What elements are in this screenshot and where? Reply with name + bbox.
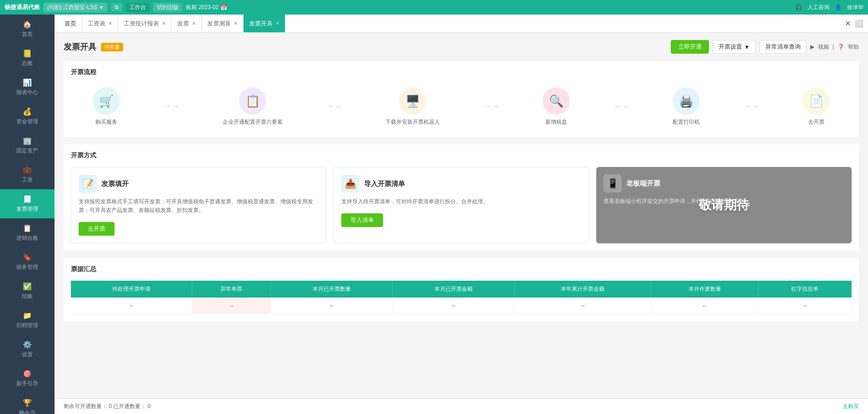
sidebar-item-member[interactable]: 🏆畅会员 [0,393,55,414]
page-header: 发票开具 待开通 立即开通 开票设置 ▼ 异常清单查询 ▶ 视频 | ❓ [64,40,859,54]
go-issue-button[interactable]: 去开票 [79,222,115,236]
sidebar-item-assets[interactable]: 🏢固定资产 [0,131,55,160]
sidebar-item-invoice[interactable]: 🧾发票管理 [0,189,55,218]
summary-section: 票据汇总 待处理开票申请 异常单票 本月已开票数量 本月已开票金额 本年累计开票… [64,258,859,321]
cell-void-count: -- [651,298,758,314]
tab-invoice-calc-label: 发票测算 [207,20,231,28]
methods-section-title: 开票方式 [71,151,852,160]
table-row: -- -- -- -- -- -- -- [71,298,852,314]
tab-invoice-tool-label: 发票开具 [249,20,273,28]
video-icon: ▶ [810,44,814,50]
sidebar-item-salary[interactable]: 💼工资 [0,160,55,189]
restore-tab-button[interactable]: ⬜ [854,19,863,28]
help-label[interactable]: 帮助 [848,43,859,51]
ledger-icon: 📒 [23,49,32,58]
chevron-down-icon: ▼ [744,44,750,50]
sidebar-item-home[interactable]: 🏠首页 [0,15,55,44]
newbie-icon: 🎯 [23,369,32,378]
service-label[interactable]: 人工咨询 [808,4,829,11]
method-header-boss: 📱 老板端开票 [604,174,844,192]
user-name[interactable]: 徐泽华 [847,4,863,11]
close-icon[interactable]: ✕ [108,20,112,26]
sidebar-label: 新手引导 [16,380,38,388]
cell-annual-amount: -- [514,298,651,314]
issue-invoice-icon: 📄 [803,87,830,115]
close-icon[interactable]: ✕ [234,20,238,26]
assets-icon: 🏢 [23,136,32,145]
flow-step-issue[interactable]: 📄 去开票 [803,87,830,126]
sidebar-item-newbie[interactable]: 🎯新手引导 [0,364,55,393]
download-robot-icon: 🖥️ [399,87,426,115]
config-printer-label: 配置打印机 [673,118,700,126]
company-selector[interactable]: (勾割) 江西股宝-LSS ▼ [44,3,107,12]
flow-section-title: 开票流程 [71,68,852,76]
sidebar-item-purchase[interactable]: 📋进销台账 [0,218,55,247]
sidebar-label: 结账 [22,293,33,300]
switch-old-button[interactable]: 切到旧版 [153,3,182,12]
purchase-icon: 📋 [23,224,32,232]
close-icon[interactable]: ✕ [192,20,196,26]
workstation-button[interactable]: 工作台 [126,3,150,12]
tab-invoice[interactable]: 发票 ✕ [172,15,202,32]
sidebar-label: 设置 [22,351,33,358]
add-taxbox-icon: 🔍 [543,87,570,115]
arrow-icon: →→ [483,102,499,111]
tab-home[interactable]: 首页 [59,15,82,32]
tab-salary-report[interactable]: 工资统计报表 ✕ [118,15,172,32]
sidebar: 🏠首页📒总账📊报表中心💰资金管理🏢固定资产💼工资🧾发票管理📋进销台账🔖税务管理✅… [0,15,55,414]
flow-steps: 🛒 购买服务 →→ 📋 企业开通配置开票六要素 →→ 🖥️ 下载并安装开票机器人… [71,84,852,130]
boss-title: 老板端开票 [626,179,660,188]
open-now-button[interactable]: 立即开通 [671,40,709,54]
close-icon[interactable]: ✕ [275,20,279,26]
coming-soon-text: 敬请期待 [698,197,749,214]
arrow-icon: →→ [743,102,759,111]
sidebar-item-tax[interactable]: 🔖税务管理 [0,247,55,277]
open-settings-label: 开票设置 [718,43,742,51]
tab-invoice-calc[interactable]: 发票测算 ✕ [202,15,244,32]
close-icon[interactable]: ✕ [162,20,166,26]
flow-step-printer[interactable]: 🖨️ 配置打印机 [673,87,700,126]
service-icon: 🎧 [795,4,802,10]
video-label[interactable]: 视频 [818,43,829,51]
sidebar-item-settings[interactable]: ⚙️设置 [0,335,55,364]
flow-step-download[interactable]: 🖥️ 下载并安装开票机器人 [385,87,440,126]
method-card-import: 📥 导入开票清单 支持导入待开票清单，可对待开票清单进行拆分、合并处理。 导入清… [334,167,589,243]
sidebar-item-ledger[interactable]: 📒总账 [0,44,55,73]
sidebar-label: 税务管理 [16,263,38,271]
boss-invoice-icon: 📱 [604,174,622,192]
col-pending: 待处理开票申请 [71,281,192,298]
tab-home-label: 首页 [65,20,76,28]
user-avatar-icon: 👤 [835,4,842,10]
close-tab-button[interactable]: ✕ [845,19,851,28]
buy-service-icon: 🛒 [93,87,120,115]
sidebar-item-reports[interactable]: 📊报表中心 [0,73,55,102]
sidebar-item-archive[interactable]: 📁归档管理 [0,306,55,335]
buy-link[interactable]: 去购买 [843,403,859,410]
period-value: 2023-02 [199,4,219,10]
tax-icon: 🔖 [23,253,32,262]
sidebar-label: 归档管理 [16,322,38,329]
sidebar-label: 总账 [22,60,33,67]
sidebar-item-settlement[interactable]: ✅结账 [0,277,55,306]
cell-monthly-count: -- [271,298,393,314]
flow-step-taxbox[interactable]: 🔍 新增税盘 [543,87,570,126]
col-monthly-amount: 本月已开票金额 [393,281,514,298]
tab-invoice-tool[interactable]: 发票开具 ✕ [244,15,285,32]
sidebar-item-funds[interactable]: 💰资金管理 [0,102,55,131]
flow-step-buy[interactable]: 🛒 购买服务 [93,87,120,126]
arrow-icon: →→ [326,102,342,111]
open-settings-button[interactable]: 开票设置 ▼ [713,40,756,54]
flow-step-company[interactable]: 📋 企业开通配置开票六要素 [223,87,283,126]
summary-section-title: 票据汇总 [71,265,852,273]
arrow-icon: →→ [613,102,629,111]
company-config-label: 企业开通配置开票六要素 [223,118,283,126]
import-list-button[interactable]: 导入清单 [341,213,383,227]
tab-salary-table[interactable]: 工资表 ✕ [82,15,118,32]
copy-icon[interactable]: ⧉ [111,3,122,11]
calendar-icon[interactable]: 📅 [220,4,227,10]
cell-monthly-amount: -- [393,298,514,314]
download-robot-label: 下载并安装开票机器人 [385,118,440,126]
bottom-bar: 剩余可开通数量： 0 已开通数量： 0 去购买 [55,399,868,414]
exception-query-button[interactable]: 异常清单查询 [759,40,807,54]
app-logo: 畅捷通易代账 [5,3,40,11]
